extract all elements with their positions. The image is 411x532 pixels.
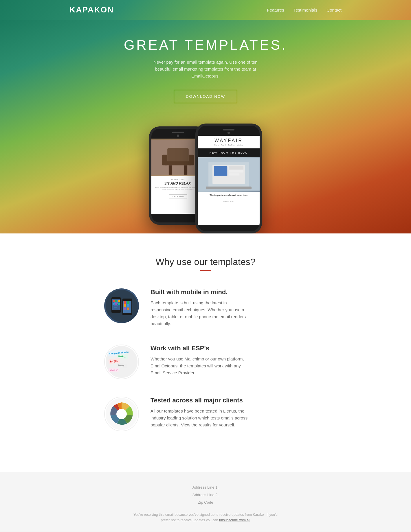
- feature-mobile-body: Each template is built using the latest …: [151, 299, 249, 327]
- unsubscribe-link[interactable]: unsubscribe from all: [219, 518, 250, 522]
- feature-icon-esp: Campaign Monitor GetR... Target ✉ mail M…: [104, 345, 139, 379]
- feature-esp: Campaign Monitor GetR... Target ✉ mail M…: [104, 345, 307, 379]
- feature-mobile: Built with mobile in mind. Each template…: [104, 288, 307, 327]
- phone-camera-left: [177, 135, 179, 137]
- blog-caption: The importance of email send time May 31…: [198, 192, 260, 205]
- feature-esp-heading: Work with all ESP's: [151, 345, 249, 352]
- wayfair-nav-home: Home: [214, 144, 219, 146]
- navigation: KAPAKON Features Testimonials Contact: [0, 0, 411, 20]
- blog-label: NEW FROM THE BLOG: [210, 151, 248, 154]
- mobile-icon-svg: [106, 290, 137, 322]
- feature-tested-heading: Tested across all major clients: [151, 397, 249, 404]
- site-logo: KAPAKON: [69, 5, 114, 14]
- wayfair-header: WAYFAIR Home Travel Fashion Interiors: [198, 136, 260, 148]
- left-screen-body: From unforgettable wildlife encounters a…: [154, 186, 202, 191]
- feature-mobile-heading: Built with mobile in mind.: [151, 288, 249, 296]
- feature-esp-text: Work with all ESP's Whether you use Mail…: [151, 345, 249, 376]
- svg-text:Mimi ♡: Mimi ♡: [110, 369, 118, 371]
- svg-rect-2: [165, 161, 191, 165]
- feature-mobile-text: Built with mobile in mind. Each template…: [151, 288, 249, 327]
- svg-rect-34: [127, 308, 129, 310]
- phone-speaker-left: [172, 132, 184, 133]
- svg-rect-33: [124, 308, 126, 310]
- screen-right: WAYFAIR Home Travel Fashion Interiors NE…: [198, 136, 260, 225]
- svg-rect-22: [115, 300, 117, 302]
- blog-header: NEW FROM THE BLOG: [198, 148, 260, 157]
- svg-rect-10: [214, 166, 227, 176]
- footer: Address Line 1, Address Line 2, Zip Code…: [0, 472, 411, 532]
- left-screen-heading: SIT AND RELAX.: [154, 181, 202, 185]
- features-list: Built with mobile in mind. Each template…: [104, 288, 307, 431]
- main-content: Why use our templates?: [0, 233, 411, 472]
- feature-tested-text: Tested across all major clients All our …: [151, 397, 249, 428]
- svg-rect-5: [162, 155, 167, 165]
- svg-rect-21: [113, 300, 115, 302]
- nav-testimonials[interactable]: Testimonials: [293, 8, 318, 12]
- wayfair-nav: Home Travel Fashion Interiors: [200, 144, 257, 146]
- wayfair-nav-interiors: Interiors: [237, 144, 243, 146]
- phone-speaker-right: [223, 129, 234, 130]
- wayfair-nav-travel: Travel: [221, 144, 226, 146]
- svg-rect-6: [189, 155, 194, 165]
- svg-point-47: [116, 409, 127, 419]
- colorwheel-svg: [106, 398, 137, 430]
- svg-point-15: [106, 290, 137, 322]
- feature-tested: Tested across all major clients All our …: [104, 397, 307, 431]
- footer-zip: Zip Code: [6, 499, 405, 506]
- footer-legal-text: You're receiving this email because you'…: [133, 513, 278, 522]
- footer-legal: You're receiving this email because you'…: [133, 512, 278, 523]
- svg-rect-20: [114, 307, 117, 308]
- nav-contact[interactable]: Contact: [326, 8, 342, 12]
- svg-rect-13: [229, 173, 239, 175]
- left-screen-tag: Interiors: [154, 178, 202, 181]
- footer-address: Address Line 1, Address Line 2, Zip Code: [6, 484, 405, 506]
- hero-subtitle: Never pay for an email template again. U…: [151, 59, 260, 80]
- wayfair-nav-fashion: Fashion: [228, 144, 234, 146]
- feature-icon-mobile: [104, 288, 139, 323]
- feature-esp-body: Whether you use Mailchimp or our own pla…: [151, 356, 249, 376]
- svg-rect-30: [127, 301, 129, 304]
- blog-image: [198, 157, 260, 192]
- nav-features[interactable]: Features: [267, 8, 284, 12]
- svg-rect-24: [113, 303, 115, 305]
- phone-camera-right: [227, 132, 230, 134]
- feature-tested-body: All our templates have been tested in Li…: [151, 408, 249, 428]
- phone-right: WAYFAIR Home Travel Fashion Interiors NE…: [195, 124, 262, 233]
- footer-address-line2: Address Line 2,: [6, 491, 405, 499]
- svg-rect-11: [229, 166, 243, 170]
- features-title: Why use our templates?: [6, 257, 405, 267]
- svg-rect-12: [229, 170, 243, 172]
- phone-mockups: Interiors SIT AND RELAX. From unforgetta…: [6, 124, 405, 233]
- wayfair-logo: WAYFAIR: [200, 138, 257, 143]
- svg-rect-19: [114, 305, 118, 306]
- footer-address-line1: Address Line 1,: [6, 484, 405, 491]
- svg-rect-23: [118, 300, 120, 302]
- svg-rect-32: [127, 304, 129, 307]
- svg-rect-25: [115, 303, 117, 305]
- svg-rect-26: [118, 303, 120, 305]
- nav-links: Features Testimonials Contact: [267, 8, 342, 12]
- svg-rect-31: [124, 304, 126, 307]
- esp-logos-svg: Campaign Monitor GetR... Target ✉ mail M…: [106, 346, 137, 378]
- blog-article-date: May 31, 2016: [223, 200, 234, 202]
- blog-article-title: The importance of email send time: [200, 194, 257, 197]
- section-divider: [200, 270, 211, 271]
- feature-icon-tested: [104, 397, 139, 431]
- svg-rect-29: [124, 301, 126, 304]
- hero-title: GREAT TEMPLATES.: [6, 37, 405, 53]
- laptop-svg: [198, 157, 260, 192]
- download-button[interactable]: DOWNLOAD NOW: [174, 90, 237, 103]
- svg-rect-4: [184, 165, 187, 175]
- esp-logos-wrap: Campaign Monitor GetR... Target ✉ mail M…: [106, 349, 137, 375]
- svg-rect-3: [169, 165, 172, 175]
- hero-section: GREAT TEMPLATES. Never pay for an email …: [0, 20, 411, 233]
- shop-now-button[interactable]: SHOP NOW: [169, 194, 187, 198]
- svg-text:GetR...: GetR...: [118, 355, 126, 358]
- svg-rect-14: [206, 187, 252, 189]
